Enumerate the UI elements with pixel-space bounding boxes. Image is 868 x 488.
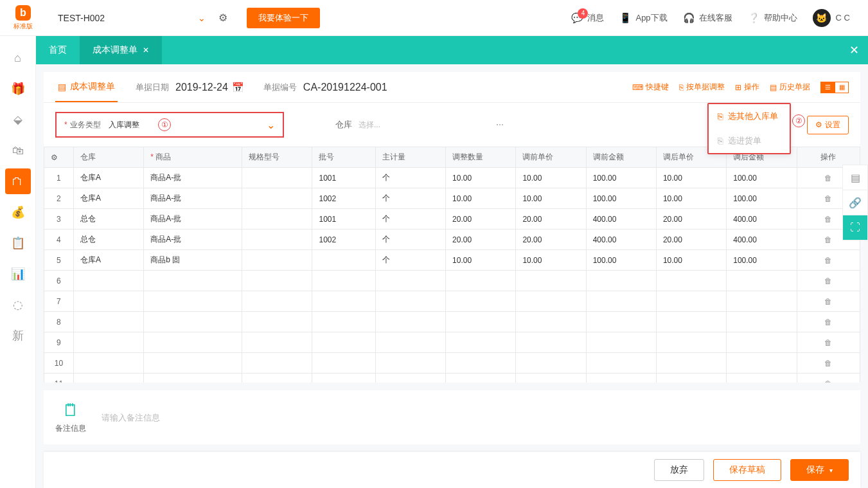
cell-post-price[interactable] <box>656 332 726 353</box>
cell-spec[interactable] <box>242 188 312 209</box>
rail-note-icon[interactable]: ▤ <box>842 165 868 190</box>
table-row[interactable]: 1仓库A商品A-批1001个10.0010.00100.0010.00100.0… <box>44 168 860 188</box>
cell-product[interactable] <box>144 374 242 383</box>
table-row[interactable]: 5仓库A商品b 固个10.0010.00100.0010.00100.00🗑 <box>44 250 860 271</box>
save-button[interactable]: 保存 ▾ <box>790 459 849 481</box>
calendar-icon[interactable]: 📅 <box>232 82 244 93</box>
cell-post-amount[interactable]: 400.00 <box>727 209 797 230</box>
cell-qty[interactable] <box>446 374 516 383</box>
cell-post-amount[interactable]: 100.00 <box>727 188 797 209</box>
cell-pre-amount[interactable]: 100.00 <box>586 188 656 209</box>
messages-link[interactable]: 💬 消息 4 <box>571 12 604 24</box>
cta-button[interactable]: 我要体验一下 <box>247 8 320 28</box>
cell-pre-price[interactable] <box>516 332 586 353</box>
nav-report-icon[interactable]: 📊 <box>5 261 31 287</box>
cell-post-amount[interactable]: 100.00 <box>727 250 797 271</box>
table-row[interactable]: 9🗑 <box>44 332 860 353</box>
cell-pre-price[interactable]: 20.00 <box>516 209 586 230</box>
delete-row-icon[interactable]: 🗑 <box>797 312 860 332</box>
cell-product[interactable]: 商品A-批 <box>144 168 242 188</box>
cell-unit[interactable]: 个 <box>375 209 445 230</box>
cell-spec[interactable] <box>242 332 312 353</box>
table-row[interactable]: 10🗑 <box>44 353 860 374</box>
table-row[interactable]: 3总仓商品A-批1001个20.0020.00400.0020.00400.00… <box>44 209 860 230</box>
nav-sync-icon[interactable]: ◌ <box>5 292 31 318</box>
cell-pre-amount[interactable] <box>586 312 656 332</box>
cell-qty[interactable]: 20.00 <box>446 230 516 250</box>
cell-qty[interactable] <box>446 312 516 332</box>
cell-qty[interactable] <box>446 332 516 353</box>
list-view-icon[interactable]: ☰ <box>820 82 835 93</box>
cell-post-price[interactable]: 10.00 <box>656 188 726 209</box>
cell-warehouse[interactable]: 总仓 <box>73 209 143 230</box>
cell-warehouse[interactable] <box>73 291 143 312</box>
cell-pre-price[interactable] <box>516 291 586 312</box>
cell-qty[interactable]: 10.00 <box>446 250 516 271</box>
cell-warehouse[interactable]: 仓库A <box>73 168 143 188</box>
cell-post-price[interactable]: 20.00 <box>656 230 726 250</box>
tab-home[interactable]: 首页 <box>36 36 80 64</box>
cell-post-price[interactable] <box>656 271 726 291</box>
doc-date-value[interactable]: 2019-12-24 <box>175 82 228 93</box>
cell-unit[interactable] <box>375 271 445 291</box>
cell-warehouse[interactable] <box>73 271 143 291</box>
cell-post-amount[interactable] <box>727 353 797 374</box>
history-link[interactable]: ▤历史单据 <box>770 82 810 93</box>
cell-pre-amount[interactable]: 400.00 <box>586 209 656 230</box>
cell-pre-amount[interactable] <box>586 353 656 374</box>
cell-unit[interactable]: 个 <box>375 168 445 188</box>
delete-row-icon[interactable]: 🗑 <box>797 291 860 312</box>
cell-unit[interactable]: 个 <box>375 188 445 209</box>
table-row[interactable]: 4总仓商品A-批1002个20.0020.00400.0020.00400.00… <box>44 230 860 250</box>
cell-pre-price[interactable] <box>516 353 586 374</box>
delete-row-icon[interactable]: 🗑 <box>797 271 860 291</box>
cell-batch[interactable]: 1002 <box>312 230 375 250</box>
cell-post-price[interactable] <box>656 374 726 383</box>
table-row[interactable]: 11🗑 <box>44 374 860 383</box>
cell-post-amount[interactable]: 400.00 <box>727 230 797 250</box>
nav-clipboard-icon[interactable]: 📋 <box>5 230 31 256</box>
user-menu[interactable]: 🐱 C C <box>813 9 850 27</box>
view-toggle[interactable]: ☰ ▦ <box>820 82 849 93</box>
remark-input[interactable] <box>102 413 849 422</box>
nav-home-icon[interactable]: ⌂ <box>5 45 31 71</box>
rail-expand-icon[interactable]: ⛶ <box>842 215 868 240</box>
cell-post-price[interactable]: 20.00 <box>656 209 726 230</box>
nav-bag-icon[interactable]: 🛍 <box>5 138 31 163</box>
cell-product[interactable] <box>144 353 242 374</box>
rail-link-icon[interactable]: 🔗 <box>842 190 868 215</box>
cell-spec[interactable] <box>242 312 312 332</box>
cell-unit[interactable] <box>375 291 445 312</box>
cell-batch[interactable] <box>312 374 375 383</box>
cell-warehouse[interactable] <box>73 353 143 374</box>
cell-pre-amount[interactable]: 400.00 <box>586 230 656 250</box>
cell-pre-price[interactable] <box>516 271 586 291</box>
save-draft-button[interactable]: 保存草稿 <box>713 459 781 481</box>
cell-product[interactable] <box>144 332 242 353</box>
delete-row-icon[interactable]: 🗑 <box>797 250 860 271</box>
cell-qty[interactable]: 20.00 <box>446 209 516 230</box>
cell-post-price[interactable] <box>656 312 726 332</box>
cell-pre-price[interactable] <box>516 374 586 383</box>
close-all-tabs-button[interactable]: ✕ <box>840 36 868 64</box>
cell-qty[interactable]: 10.00 <box>446 188 516 209</box>
cell-pre-price[interactable] <box>516 312 586 332</box>
cell-unit[interactable] <box>375 353 445 374</box>
menu-item-other-inbound[interactable]: ⎘ 选其他入库单 <box>709 104 790 129</box>
cell-spec[interactable] <box>242 291 312 312</box>
more-icon[interactable]: ⋯ <box>496 120 504 129</box>
cell-product[interactable]: 商品A-批 <box>144 230 242 250</box>
cell-warehouse[interactable] <box>73 312 143 332</box>
cell-product[interactable]: 商品b 固 <box>144 250 242 271</box>
cell-pre-price[interactable]: 10.00 <box>516 250 586 271</box>
operate-link[interactable]: ⊞操作 <box>735 82 759 93</box>
cell-pre-amount[interactable] <box>586 271 656 291</box>
cell-product[interactable] <box>144 271 242 291</box>
cell-qty[interactable]: 10.00 <box>446 168 516 188</box>
cell-post-amount[interactable] <box>727 312 797 332</box>
cell-spec[interactable] <box>242 353 312 374</box>
close-icon[interactable]: ✕ <box>143 46 149 55</box>
cell-batch[interactable] <box>312 291 375 312</box>
cell-post-price[interactable]: 10.00 <box>656 250 726 271</box>
cell-spec[interactable] <box>242 168 312 188</box>
